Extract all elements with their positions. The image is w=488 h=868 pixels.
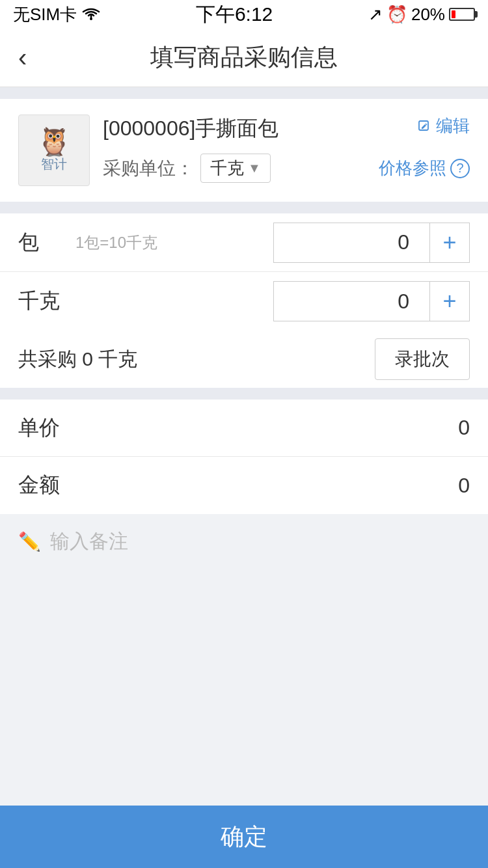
batch-label: 录批次 (395, 349, 450, 369)
wifi-icon (82, 5, 100, 25)
bao-row: 包 1包=10千克 + (0, 213, 488, 272)
location-icon: ↗ (368, 5, 383, 25)
product-name: [0000006]手撕面包 (103, 115, 278, 143)
back-button[interactable]: ‹ (18, 43, 27, 72)
empty-area (0, 569, 488, 765)
unit-row: 采购单位： 千克 ▼ 价格参照 ? (103, 154, 470, 183)
amount-row: 金额 0 (0, 457, 488, 514)
battery-icon (449, 8, 475, 21)
amount-label: 金额 (18, 471, 458, 500)
status-time: 下午6:12 (196, 1, 273, 28)
page-title: 填写商品采购信息 (150, 42, 338, 74)
unit-select-dropdown[interactable]: 千克 ▼ (200, 154, 271, 183)
dropdown-arrow-icon: ▼ (248, 161, 261, 176)
status-right: ↗ ⏰ 20% (368, 5, 475, 25)
unit-value: 千克 (210, 157, 244, 180)
bao-plus-button[interactable]: + (429, 223, 470, 263)
edit-label: 编辑 (436, 115, 470, 137)
info-section: 单价 0 金额 0 (0, 400, 488, 514)
product-name-row: [0000006]手撕面包 编辑 (103, 115, 470, 143)
pencil-icon: ✏️ (18, 531, 41, 552)
price-value: 0 (458, 416, 470, 440)
bao-input[interactable] (273, 223, 429, 263)
carrier-text: 无SIM卡 (13, 3, 77, 26)
confirm-button[interactable]: 确定 (0, 806, 488, 868)
status-left: 无SIM卡 (13, 3, 100, 26)
amount-value: 0 (458, 474, 470, 498)
middle-divider-1 (0, 202, 488, 213)
product-card: 🦉 智计 [0000006]手撕面包 编辑 采购单位： 千克 ▼ (0, 99, 488, 202)
confirm-label: 确定 (221, 821, 267, 853)
quantity-section: 包 1包=10千克 + 千克 + (0, 213, 488, 331)
kg-input-group: + (273, 281, 470, 321)
batch-button[interactable]: 录批次 (375, 338, 470, 380)
kg-input[interactable] (273, 281, 429, 321)
price-ref-button[interactable]: 价格参照 ? (379, 157, 470, 180)
bao-label: 包 (18, 228, 70, 257)
top-divider (0, 87, 488, 99)
product-info: [0000006]手撕面包 编辑 采购单位： 千克 ▼ 价格参照 ? (103, 115, 470, 183)
summary-row: 共采购 0 千克 录批次 (0, 331, 488, 388)
product-thumbnail: 🦉 智计 (18, 115, 90, 186)
product-owl-icon: 🦉 (37, 128, 71, 156)
middle-divider-2 (0, 388, 488, 400)
bao-plus-icon: + (442, 229, 456, 256)
bao-input-group: + (273, 223, 470, 263)
kg-plus-icon: + (442, 288, 456, 315)
kg-label: 千克 (18, 287, 70, 316)
kg-row: 千克 + (0, 272, 488, 331)
kg-plus-button[interactable]: + (429, 281, 470, 321)
price-ref-label: 价格参照 (379, 157, 446, 180)
price-row: 单价 0 (0, 400, 488, 457)
alarm-icon: ⏰ (386, 5, 407, 25)
bao-sublabel: 1包=10千克 (75, 232, 157, 253)
unit-left: 采购单位： 千克 ▼ (103, 154, 271, 183)
battery-pct: 20% (411, 5, 445, 25)
edit-button[interactable]: 编辑 (417, 115, 470, 137)
svg-point-0 (90, 18, 92, 20)
nav-bar: ‹ 填写商品采购信息 (0, 29, 488, 87)
unit-label: 采购单位： (103, 156, 194, 181)
product-thumb-label: 智计 (41, 156, 67, 173)
remark-placeholder: 输入备注 (50, 528, 128, 555)
status-bar: 无SIM卡 下午6:12 ↗ ⏰ 20% (0, 0, 488, 29)
summary-text: 共采购 0 千克 (18, 346, 375, 373)
price-ref-help-icon: ? (450, 159, 470, 178)
remark-section[interactable]: ✏️ 输入备注 (0, 514, 488, 569)
price-label: 单价 (18, 414, 458, 442)
